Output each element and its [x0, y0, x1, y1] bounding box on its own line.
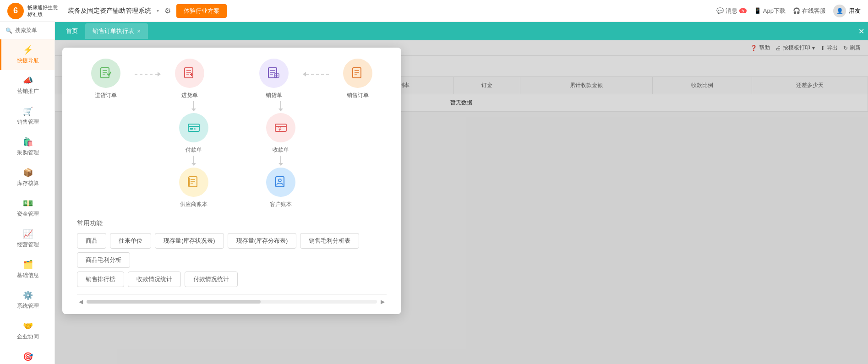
common-functions-title: 常用功能 [77, 219, 387, 228]
sidebar-item-sales[interactable]: 🛒 销售管理 [0, 101, 55, 131]
basic-info-icon: 🗂️ [23, 260, 33, 270]
cf-btn-product[interactable]: 商品 [77, 233, 106, 249]
modal-scrollbar: ◀ ▶ [77, 294, 387, 305]
sidebar-item-basic-info[interactable]: 🗂️ 基础信息 [0, 254, 55, 285]
purchase-bill-icon [175, 59, 204, 88]
purchase-order-label: 进货订单 [95, 92, 117, 99]
cf-buttons: 商品 往来单位 现存量(库存状况表) 现存量(库存分布表) 销售毛利分析表 商品… [77, 233, 387, 268]
tab-sales-order[interactable]: 销售订单执行表 ✕ [85, 23, 148, 39]
scrollbar-thumb [87, 300, 261, 304]
tab-close-icon[interactable]: ✕ [137, 29, 141, 34]
wf-node-sales-bill[interactable]: 销货单 [245, 59, 303, 99]
experience-btn[interactable]: 体验行业方案 [176, 4, 227, 18]
wf-node-purchase-bill[interactable]: 进货单 [161, 59, 218, 99]
tab-bar: 首页 销售订单执行表 ✕ ✕ [55, 22, 868, 40]
cf-btn-sales-rank[interactable]: 销售排行榜 [77, 272, 124, 287]
sidebar-item-finance[interactable]: 💵 资金管理 [0, 193, 55, 223]
online-service-btn[interactable]: 🎧 在线客服 [793, 7, 826, 15]
system-dropdown-icon[interactable]: ▾ [157, 8, 159, 13]
svg-rect-23 [190, 128, 193, 130]
receipt-label: 收款单 [273, 146, 289, 154]
sidebar-item-inventory[interactable]: 📦 库存核算 [0, 162, 55, 193]
sidebar-search[interactable]: 🔍 搜索菜单 [0, 22, 55, 39]
svg-text:¥: ¥ [193, 127, 196, 131]
logo-area: 6 畅康通好生意 标准版 [7, 3, 62, 19]
sidebar-item-purchase[interactable]: 🛍️ 采购管理 [0, 131, 55, 162]
down-arrow-sales [251, 101, 311, 111]
beginner-icon: 🎯 [23, 352, 33, 362]
common-functions: 常用功能 商品 往来单位 现存量(库存状况表) 现存量(库存分布表) 销售毛利分… [77, 219, 387, 287]
sales-order-label: 销售订单 [347, 92, 369, 99]
purchase-icon: 🛍️ [23, 137, 33, 147]
sales-bill-icon [259, 59, 289, 88]
svg-rect-10 [268, 68, 277, 78]
payment-icon: ¥ [179, 113, 208, 142]
cf-btn-contacts[interactable]: 往来单位 [110, 233, 151, 249]
svg-rect-17 [353, 68, 361, 78]
wf-node-payment[interactable]: ¥ 付款单 [164, 113, 224, 154]
cf-buttons-row2: 销售排行榜 收款情况统计 付款情况统计 [77, 272, 387, 287]
sidebar-item-marketing[interactable]: 📣 营销推广 [0, 70, 55, 101]
operations-icon: 📈 [23, 229, 33, 239]
wf-node-customer-ledger[interactable]: 客户账本 [251, 168, 311, 208]
sidebar-item-collaboration[interactable]: 🤝 企业协同 [0, 315, 55, 346]
customer-ledger-icon [266, 168, 295, 197]
cf-btn-receipt-stat[interactable]: 收款情况统计 [128, 272, 181, 287]
sidebar-item-system[interactable]: ⚙️ 系统管理 [0, 285, 55, 315]
scrollbar-track[interactable] [87, 300, 377, 304]
workflow-diagram: 进货订单 [77, 59, 387, 216]
gear-icon[interactable]: ⚙ [164, 6, 171, 15]
tab-home[interactable]: 首页 [59, 23, 85, 39]
marketing-icon: 📣 [23, 76, 33, 86]
cf-btn-payment-stat[interactable]: 付款情况统计 [185, 272, 238, 287]
system-title: 装备及固定资产辅助管理系统 [68, 7, 151, 15]
wf-node-receipt[interactable]: ¥ 收款单 [251, 113, 311, 154]
cf-btn-sales-profit[interactable]: 销售毛利分析表 [300, 233, 359, 249]
svg-point-34 [278, 179, 281, 182]
sidebar-item-quick-nav[interactable]: ⚡ 快捷导航 [0, 39, 55, 70]
message-badge: 5 [739, 8, 747, 13]
sidebar: 🔍 搜索菜单 ⚡ 快捷导航 📣 营销推广 🛒 销售管理 🛍️ 采购管理 📦 库存… [0, 22, 55, 364]
system-icon: ⚙️ [23, 290, 33, 300]
phone-icon: 📱 [754, 7, 761, 14]
payment-label: 付款单 [186, 146, 202, 154]
avatar: 👤 [833, 5, 846, 17]
wf-node-purchase-order[interactable]: 进货订单 [77, 59, 135, 99]
svg-rect-28 [189, 177, 197, 187]
customer-ledger-label: 客户账本 [270, 201, 292, 208]
scroll-right-btn[interactable]: ▶ [379, 299, 387, 305]
inventory-icon: 📦 [23, 168, 33, 178]
finance-icon: 💵 [23, 198, 33, 208]
tab-close-all-btn[interactable]: ✕ [858, 27, 864, 36]
supplier-ledger-label: 供应商账本 [180, 201, 207, 208]
purchase-bill-label: 进货单 [181, 92, 198, 99]
sidebar-item-operations[interactable]: 📈 经营管理 [0, 223, 55, 254]
sales-bill-label: 销货单 [266, 92, 282, 99]
wf-node-supplier-ledger[interactable]: 供应商账本 [164, 168, 224, 208]
svg-rect-0 [101, 68, 109, 78]
svg-rect-4 [185, 68, 193, 78]
sidebar-item-beginner[interactable]: 🎯 新手引导 [0, 346, 55, 364]
cf-btn-product-profit[interactable]: 商品毛利分析 [77, 252, 130, 268]
message-btn[interactable]: 💬 消息 5 [716, 7, 747, 15]
user-area[interactable]: 👤 用友 [833, 5, 861, 17]
wf-node-sales-order[interactable]: 销售订单 [329, 59, 387, 99]
app-download-btn[interactable]: 📱 App下载 [754, 7, 786, 15]
headset-icon: 🎧 [793, 7, 800, 14]
down-arrow-purchase [164, 101, 224, 111]
top-bar: 6 畅康通好生意 标准版 装备及固定资产辅助管理系统 ▾ ⚙ 体验行业方案 💬 … [0, 0, 868, 22]
cf-btn-stock-status[interactable]: 现存量(库存状况表) [155, 233, 224, 249]
cf-btn-stock-dist[interactable]: 现存量(库存分布表) [228, 233, 297, 249]
svg-rect-29 [188, 178, 190, 186]
down-arrow-receipt [251, 156, 311, 166]
top-bar-actions: 💬 消息 5 📱 App下载 🎧 在线客服 👤 用友 [716, 5, 861, 17]
receipt-icon: ¥ [266, 113, 295, 142]
sales-order-icon [343, 59, 372, 88]
purchase-order-icon [91, 59, 120, 88]
logo-icon: 6 [7, 3, 24, 19]
message-icon: 💬 [716, 7, 724, 14]
down-arrow-payment [164, 156, 224, 166]
modal-box: 进货订单 [62, 48, 401, 314]
search-icon: 🔍 [5, 27, 12, 34]
scroll-left-btn[interactable]: ◀ [77, 299, 85, 305]
